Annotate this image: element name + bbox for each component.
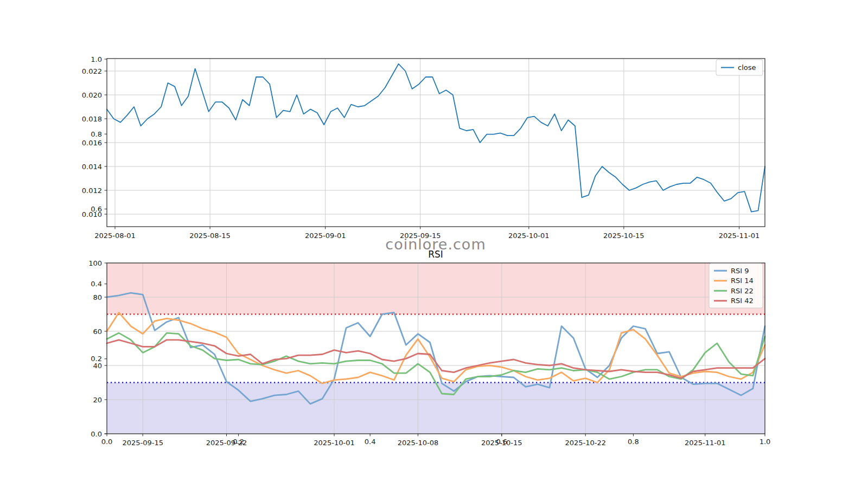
tick-label: 0.0 bbox=[101, 438, 113, 446]
tick-label: 1.0 bbox=[91, 55, 102, 63]
tick-label: RSI 9 bbox=[731, 267, 749, 275]
rsi-chart: 100806040202025-09-152025-09-222025-10-0… bbox=[88, 259, 765, 447]
tick-label: 100 bbox=[88, 259, 102, 267]
tick-label: 0.014 bbox=[82, 163, 102, 171]
overbought-zone bbox=[107, 263, 765, 314]
tick-label: 2025-10-01 bbox=[314, 439, 355, 447]
tick-label: 2025-10-22 bbox=[565, 439, 606, 447]
rsi-42-line bbox=[107, 340, 765, 378]
tick-label: 0.6 bbox=[496, 438, 507, 446]
tick-label: 20 bbox=[93, 396, 102, 404]
tick-label: RSI 14 bbox=[731, 277, 754, 285]
tick-label: 1.0 bbox=[760, 438, 771, 446]
tick-label: 0.012 bbox=[82, 187, 102, 195]
tick-label: 2025-10-01 bbox=[508, 232, 550, 240]
tick-label: 0.4 bbox=[365, 438, 376, 446]
tick-label: 2025-10-08 bbox=[398, 439, 439, 447]
tick-label: 2025-08-01 bbox=[94, 232, 136, 240]
tick-label: 0.2 bbox=[91, 355, 102, 363]
tick-label: 80 bbox=[93, 293, 102, 301]
tick-label: RSI 22 bbox=[731, 287, 754, 295]
oversold-zone bbox=[107, 383, 765, 434]
price-chart-legend: close bbox=[716, 60, 763, 75]
tick-label: close bbox=[738, 63, 756, 72]
tick-label: 2025-10-15 bbox=[603, 232, 644, 240]
price-chart: 0.0220.0200.0180.0160.0140.0120.0102025-… bbox=[82, 59, 765, 240]
tick-label: 2025-08-15 bbox=[189, 232, 231, 240]
figure: 0.0220.0200.0180.0160.0140.0120.0102025-… bbox=[0, 0, 868, 488]
tick-label: RSI 42 bbox=[731, 297, 754, 305]
tick-label: 0.020 bbox=[82, 91, 102, 99]
rsi-chart-title: RSI bbox=[428, 249, 443, 260]
tick-label: 2025-09-15 bbox=[122, 439, 163, 447]
tick-label: 0.8 bbox=[628, 438, 639, 446]
tick-label: 0.8 bbox=[91, 130, 102, 138]
tick-label: 0.2 bbox=[233, 438, 244, 446]
tick-label: 2025-11-01 bbox=[685, 439, 726, 447]
tick-label: 0.016 bbox=[82, 139, 102, 147]
tick-label: 0.6 bbox=[91, 205, 102, 213]
tick-label: 0.022 bbox=[82, 67, 102, 75]
tick-label: 60 bbox=[93, 328, 102, 336]
rsi-chart-legend: RSI 9RSI 14RSI 22RSI 42 bbox=[709, 264, 763, 308]
tick-label: 0.018 bbox=[82, 115, 102, 123]
tick-label: 2025-09-01 bbox=[305, 232, 346, 240]
tick-label: 2025-11-01 bbox=[719, 232, 760, 240]
tick-label: 0.0 bbox=[91, 430, 102, 438]
tick-label: 0.4 bbox=[91, 280, 102, 288]
close-line bbox=[107, 64, 765, 212]
